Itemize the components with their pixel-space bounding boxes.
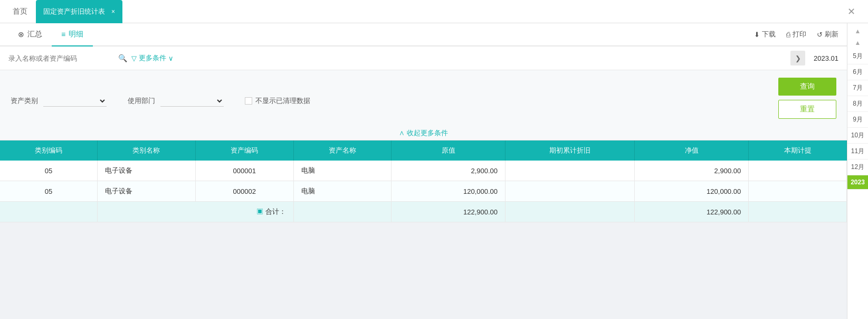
col-current-period: 本期计提 — [749, 140, 847, 161]
query-button[interactable]: 查询 — [778, 78, 836, 96]
row1-original-value: 2,900.00 — [392, 161, 505, 181]
print-label: 打印 — [793, 30, 806, 39]
download-icon: ⬇ — [754, 31, 760, 39]
total-label-cell: ▣ 合计： — [98, 202, 294, 222]
home-link[interactable]: 首页 — [8, 5, 32, 18]
top-nav: 首页 固定资产折旧统计表 × ✕ — [0, 0, 868, 23]
search-input[interactable] — [8, 54, 114, 62]
row2-net-value: 120,000.00 — [635, 181, 749, 202]
row2-current-period — [749, 181, 847, 202]
collapse-bar[interactable]: ∧ 收起更多条件 — [11, 124, 836, 140]
right-sidebar: ▲ ▲ 5月 6月 7月 8月 9月 10月 11月 12月 2023 — [847, 23, 868, 319]
sidebar-year[interactable]: 2023 — [847, 175, 868, 190]
total-icon: ▣ — [256, 208, 265, 215]
total-row: ▣ 合计： 122,900.00 122,900.00 — [0, 202, 847, 222]
filter-row: 资产类别 使用部门 不显示已清理数据 查询 重置 — [11, 78, 836, 124]
col-asset-code: 资产编码 — [195, 140, 293, 161]
total-label: 合计： — [265, 208, 286, 215]
asset-category-label: 资产类别 — [11, 96, 38, 106]
sidebar-month-5[interactable]: 5月 — [847, 49, 868, 64]
more-conditions-button[interactable]: ▽ 更多条件 ∨ — [131, 53, 174, 63]
sidebar-month-10[interactable]: 10月 — [847, 128, 868, 144]
total-empty-1 — [0, 202, 98, 222]
sidebar-month-12[interactable]: 12月 — [847, 160, 868, 175]
row1-asset-name: 电脑 — [293, 161, 392, 181]
hide-cleared-label: 不显示已清理数据 — [255, 96, 310, 106]
department-filter: 使用部门 — [128, 95, 224, 107]
row2-original-value: 120,000.00 — [392, 181, 505, 202]
sub-tabs-bar: ⊗ 汇总 ≡ 明细 ⬇ 下载 ⎙ 打印 ↺ 刷新 — [0, 23, 847, 46]
tab-summary[interactable]: ⊗ 汇总 — [8, 23, 52, 46]
chevron-down-icon: ∨ — [168, 54, 174, 62]
asset-category-select[interactable] — [43, 95, 107, 107]
col-category-code: 类别编码 — [0, 140, 98, 161]
row2-category-name: 电子设备 — [98, 181, 196, 202]
refresh-button[interactable]: ↺ 刷新 — [817, 30, 838, 39]
download-button[interactable]: ⬇ 下载 — [754, 30, 776, 39]
print-icon: ⎙ — [786, 31, 790, 39]
table-container: 类别编码 类别名称 资产编码 资产名称 原值 期初累计折旧 净值 本期计提 05… — [0, 140, 847, 222]
active-tab[interactable]: 固定资产折旧统计表 × — [36, 0, 122, 23]
row1-category-code: 05 — [0, 161, 98, 181]
search-bar: 🔍 ▽ 更多条件 ∨ ❯ 2023.01 — [0, 46, 847, 70]
table-header-row: 类别编码 类别名称 资产编码 资产名称 原值 期初累计折旧 净值 本期计提 — [0, 140, 847, 161]
collapse-label: 收起更多条件 — [407, 129, 448, 137]
refresh-label: 刷新 — [825, 30, 838, 39]
col-original-value: 原值 — [392, 140, 505, 161]
filter-icon: ▽ — [131, 54, 137, 62]
total-empty-2 — [293, 202, 392, 222]
reset-button[interactable]: 重置 — [778, 100, 836, 119]
total-current-period — [749, 202, 847, 222]
expand-arrow-button[interactable]: ❯ — [790, 51, 805, 65]
row2-category-code: 05 — [0, 181, 98, 202]
search-icon[interactable]: 🔍 — [118, 54, 127, 62]
sidebar-scroll-up[interactable]: ▲ — [847, 25, 868, 37]
col-asset-name: 资产名称 — [293, 140, 392, 161]
main-content: ⊗ 汇总 ≡ 明细 ⬇ 下载 ⎙ 打印 ↺ 刷新 🔍 ▽ 更 — [0, 23, 847, 222]
tab-detail-label: 明细 — [69, 30, 83, 39]
department-select[interactable] — [160, 95, 224, 107]
more-conditions-label: 更多条件 — [139, 53, 166, 63]
tab-label: 固定资产折旧统计表 — [43, 7, 105, 16]
tab-summary-label: 汇总 — [27, 30, 42, 39]
sidebar-month-11[interactable]: 11月 — [847, 144, 868, 160]
download-label: 下载 — [762, 30, 776, 39]
table-row: 05 电子设备 000001 电脑 2,900.00 2,900.00 — [0, 161, 847, 181]
row1-asset-code: 000001 — [195, 161, 293, 181]
row2-asset-code: 000002 — [195, 181, 293, 202]
row1-category-name: 电子设备 — [98, 161, 196, 181]
data-table: 类别编码 类别名称 资产编码 资产名称 原值 期初累计折旧 净值 本期计提 05… — [0, 140, 847, 222]
print-button[interactable]: ⎙ 打印 — [786, 30, 806, 39]
summary-icon: ⊗ — [18, 30, 24, 39]
sidebar-month-9[interactable]: 9月 — [847, 112, 868, 128]
department-label: 使用部门 — [128, 96, 155, 106]
hide-cleared-checkbox[interactable] — [245, 97, 252, 105]
sidebar-month-7[interactable]: 7月 — [847, 80, 868, 96]
sidebar-scroll-up2[interactable]: ▲ — [847, 37, 868, 49]
row1-current-period — [749, 161, 847, 181]
table-row: 05 电子设备 000002 电脑 120,000.00 120,000.00 — [0, 181, 847, 202]
filter-buttons: 查询 重置 — [778, 78, 836, 124]
date-display: 2023.01 — [814, 54, 838, 62]
toolbar-actions: ⬇ 下载 ⎙ 打印 ↺ 刷新 — [754, 30, 838, 39]
col-net-value: 净值 — [635, 140, 749, 161]
row1-net-value: 2,900.00 — [635, 161, 749, 181]
sidebar-month-8[interactable]: 8月 — [847, 96, 868, 112]
total-acc-depreciation — [505, 202, 635, 222]
total-original-value: 122,900.00 — [392, 202, 505, 222]
window-close-button[interactable]: ✕ — [843, 4, 860, 20]
refresh-icon: ↺ — [817, 31, 823, 39]
row2-asset-name: 电脑 — [293, 181, 392, 202]
sidebar-month-6[interactable]: 6月 — [847, 64, 868, 80]
row1-acc-depreciation — [505, 161, 635, 181]
col-category-name: 类别名称 — [98, 140, 196, 161]
detail-icon: ≡ — [61, 30, 65, 39]
filter-area: 资产类别 使用部门 不显示已清理数据 查询 重置 ∧ 收起 — [0, 70, 847, 140]
col-acc-depreciation: 期初累计折旧 — [505, 140, 635, 161]
hide-cleared-filter: 不显示已清理数据 — [245, 96, 310, 106]
asset-category-filter: 资产类别 — [11, 95, 107, 107]
collapse-up-icon: ∧ — [399, 129, 407, 137]
tab-close-icon[interactable]: × — [111, 8, 115, 15]
tab-detail[interactable]: ≡ 明细 — [52, 23, 93, 46]
row2-acc-depreciation — [505, 181, 635, 202]
